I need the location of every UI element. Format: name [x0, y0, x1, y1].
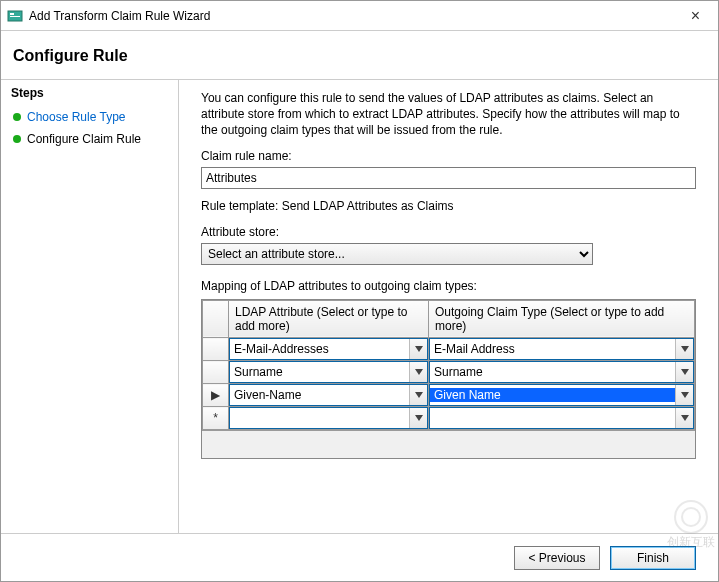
- outgoing-claim-value: E-Mail Address: [430, 342, 675, 356]
- outgoing-claim-cell[interactable]: E-Mail Address: [429, 338, 695, 361]
- step-choose-rule-type[interactable]: Choose Rule Type: [1, 106, 178, 128]
- outgoing-claim-value: Given Name: [430, 388, 675, 402]
- mapping-grid: LDAP Attribute (Select or type to add mo…: [201, 299, 696, 460]
- outgoing-claim-cell[interactable]: Given Name: [429, 384, 695, 407]
- outgoing-claim-value: Surname: [430, 365, 675, 379]
- svg-rect-1: [10, 13, 14, 15]
- finish-button[interactable]: Finish: [610, 546, 696, 570]
- chevron-down-icon[interactable]: [409, 362, 427, 382]
- chevron-down-icon[interactable]: [675, 408, 693, 428]
- grid-col-ldap-header: LDAP Attribute (Select or type to add mo…: [229, 300, 429, 338]
- wizard-content: You can configure this rule to send the …: [179, 80, 718, 533]
- grid-padding: [202, 430, 695, 458]
- window-title: Add Transform Claim Rule Wizard: [29, 9, 673, 23]
- description-text: You can configure this rule to send the …: [201, 90, 696, 139]
- row-marker: [203, 338, 229, 361]
- row-marker: ▶: [203, 384, 229, 407]
- row-marker: [203, 361, 229, 384]
- attribute-store-label: Attribute store:: [201, 225, 696, 239]
- mapping-label: Mapping of LDAP attributes to outgoing c…: [201, 279, 696, 293]
- step-configure-claim-rule: Configure Claim Rule: [1, 128, 178, 150]
- chevron-down-icon[interactable]: [409, 385, 427, 405]
- ldap-attribute-value: Given-Name: [230, 388, 409, 402]
- table-row: *: [203, 407, 695, 430]
- close-button[interactable]: ×: [673, 1, 718, 30]
- chevron-down-icon[interactable]: [675, 339, 693, 359]
- previous-button[interactable]: < Previous: [514, 546, 600, 570]
- step-label: Choose Rule Type: [27, 110, 126, 124]
- grid-corner: [203, 300, 229, 338]
- steps-heading: Steps: [1, 86, 178, 106]
- ldap-attribute-cell[interactable]: E-Mail-Addresses: [229, 338, 429, 361]
- row-marker: *: [203, 407, 229, 430]
- chevron-down-icon[interactable]: [409, 339, 427, 359]
- wizard-header: Configure Rule: [1, 31, 718, 80]
- rule-template-text: Rule template: Send LDAP Attributes as C…: [201, 199, 696, 213]
- svg-rect-2: [10, 16, 20, 17]
- chevron-down-icon[interactable]: [675, 362, 693, 382]
- wizard-footer: < Previous Finish Cancel: [1, 533, 718, 581]
- ldap-attribute-cell[interactable]: Given-Name: [229, 384, 429, 407]
- step-label: Configure Claim Rule: [27, 132, 141, 146]
- chevron-down-icon[interactable]: [675, 385, 693, 405]
- table-row: SurnameSurname: [203, 361, 695, 384]
- app-icon: [7, 8, 23, 24]
- page-title: Configure Rule: [13, 47, 706, 65]
- attribute-store-select[interactable]: Select an attribute store...: [201, 243, 593, 265]
- ldap-attribute-value: Surname: [230, 365, 409, 379]
- step-bullet-icon: [13, 135, 21, 143]
- claim-rule-name-label: Claim rule name:: [201, 149, 696, 163]
- ldap-attribute-cell[interactable]: [229, 407, 429, 430]
- chevron-down-icon[interactable]: [409, 408, 427, 428]
- claim-rule-name-input[interactable]: [201, 167, 696, 189]
- grid-col-claim-header: Outgoing Claim Type (Select or type to a…: [429, 300, 695, 338]
- ldap-attribute-value: E-Mail-Addresses: [230, 342, 409, 356]
- outgoing-claim-cell[interactable]: Surname: [429, 361, 695, 384]
- step-bullet-icon: [13, 113, 21, 121]
- titlebar: Add Transform Claim Rule Wizard ×: [1, 1, 718, 31]
- table-row: ▶Given-NameGiven Name: [203, 384, 695, 407]
- steps-sidebar: Steps Choose Rule Type Configure Claim R…: [1, 80, 179, 533]
- table-row: E-Mail-AddressesE-Mail Address: [203, 338, 695, 361]
- outgoing-claim-cell[interactable]: [429, 407, 695, 430]
- ldap-attribute-cell[interactable]: Surname: [229, 361, 429, 384]
